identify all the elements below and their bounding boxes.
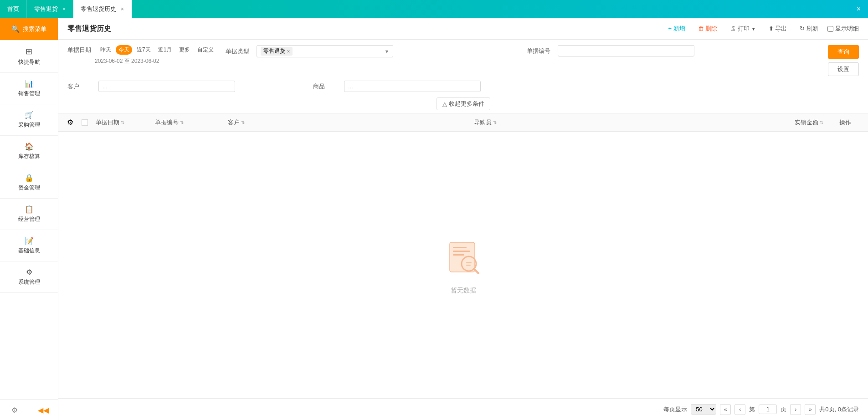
sidebar-collapse-btn[interactable]: ◀◀ (29, 400, 58, 420)
sidebar-search[interactable]: 🔍 搜索菜单 (0, 18, 58, 40)
col-guide[interactable]: 导购员 ⇅ (470, 118, 534, 127)
collapse-filter-button[interactable]: △ 收起更多条件 (437, 97, 490, 110)
col-order-no[interactable]: 单据编号 ⇅ (151, 118, 224, 127)
customer-filter: 客户 ... (67, 81, 304, 92)
refresh-button[interactable]: ↻ 刷新 (796, 23, 822, 35)
type-dropdown-icon: ▼ (384, 49, 389, 54)
purchase-icon: 🛒 (25, 111, 34, 119)
action-buttons: 查询 设置 (828, 45, 859, 76)
date-btn-custom[interactable]: 自定义 (195, 45, 216, 55)
goods-input[interactable]: ... (344, 81, 481, 92)
settings-button[interactable]: 设置 (828, 62, 859, 76)
tab-retail-return-history[interactable]: 零售退货历史 × (73, 0, 132, 18)
type-select[interactable]: 零售退货 × ▼ (257, 45, 393, 57)
last-page-btn[interactable]: » (805, 404, 816, 415)
query-button[interactable]: 查询 (828, 45, 859, 59)
col-action: 操作 (827, 118, 863, 127)
sales-icon: 📊 (25, 79, 34, 88)
sidebar-item-inventory[interactable]: 🏠 库存核算 (0, 136, 58, 167)
page-size-select[interactable]: 50 10 20 100 (691, 404, 716, 415)
inventory-icon: 🏠 (25, 142, 34, 151)
finance-icon: 🔒 (25, 174, 34, 182)
collapse-icon: △ (442, 101, 447, 108)
window-close-button[interactable]: × (849, 0, 868, 18)
customer-sort-icon: ⇅ (241, 120, 245, 125)
date-range-value: 2023-06-02 至 2023-06-02 (95, 58, 159, 64)
sidebar-item-operations[interactable]: 📋 经营管理 (0, 199, 58, 230)
print-button[interactable]: 🖨 打印 ▼ (726, 23, 760, 35)
sidebar-item-purchase-mgmt[interactable]: 🛒 采购管理 (0, 104, 58, 136)
tab-retail-return-history-close[interactable]: × (121, 6, 124, 12)
settings-icon: ⚙ (11, 406, 18, 415)
first-page-btn[interactable]: « (720, 404, 731, 415)
pagination: 每页显示 50 10 20 100 « ‹ 第 页 › » 共0页, 0条记录 (58, 398, 868, 420)
type-tag: 零售退货 × (261, 47, 293, 56)
top-nav: 首页 零售退货 × 零售退货历史 × × (0, 0, 868, 18)
new-button[interactable]: + 新增 (664, 23, 688, 35)
table-header: ⚙ 单据日期 ⇅ 单据编号 ⇅ 客户 ⇅ (58, 113, 868, 132)
date-label: 单据日期 (67, 46, 95, 54)
show-detail-toggle[interactable]: 显示明细 (827, 25, 859, 33)
col-amount[interactable]: 实销金额 ⇅ (772, 118, 827, 127)
sidebar-settings-btn[interactable]: ⚙ (0, 400, 29, 420)
table-area: ⚙ 单据日期 ⇅ 单据编号 ⇅ 客户 ⇅ (58, 113, 868, 398)
svg-rect-1 (453, 247, 467, 248)
page-size-label: 每页显示 (663, 405, 687, 414)
tab-retail-return-close[interactable]: × (62, 6, 66, 12)
type-filter: 单据类型 零售退货 × ▼ (226, 45, 518, 57)
page-number-input[interactable] (759, 405, 777, 414)
sys-mgmt-icon: ⚙ (26, 268, 32, 277)
collapse-sidebar-icon: ◀◀ (38, 406, 49, 415)
show-detail-checkbox[interactable] (827, 26, 833, 32)
sidebar-item-sales-mgmt[interactable]: 📊 销售管理 (0, 73, 58, 104)
sidebar-item-base-info[interactable]: 📝 基础信息 (0, 230, 58, 261)
order-no-label: 单据编号 (527, 47, 554, 55)
toolbar: + 新增 🗑 删除 🖨 打印 ▼ ⬆ 导出 ↻ 刷新 (664, 23, 859, 35)
empty-illustration (441, 236, 486, 281)
customer-label: 客户 (67, 82, 95, 91)
prev-page-btn[interactable]: ‹ (734, 404, 745, 415)
type-label: 单据类型 (226, 47, 253, 56)
customer-input[interactable]: ... (98, 81, 235, 92)
table-settings-icon[interactable]: ⚙ (63, 118, 77, 127)
date-btn-today[interactable]: 今天 (116, 45, 132, 55)
date-btn-more[interactable]: 更多 (176, 45, 193, 55)
col-customer[interactable]: 客户 ⇅ (224, 118, 470, 127)
page-label: 第 (749, 405, 755, 414)
operations-icon: 📋 (25, 205, 34, 214)
sidebar: 🔍 搜索菜单 ⊞ 快捷导航 📊 销售管理 🛒 采购管理 🏠 库存核算 🔒 (0, 18, 58, 420)
date-filter: 单据日期 昨天 今天 近7天 近1月 更多 自定义 2023-06- (67, 45, 216, 65)
sidebar-item-finance[interactable]: 🔒 资金管理 (0, 167, 58, 199)
sidebar-footer: ⚙ ◀◀ (0, 400, 58, 420)
sidebar-item-sys-mgmt[interactable]: ⚙ 系统管理 (0, 261, 58, 293)
order-no-input[interactable] (558, 45, 694, 56)
total-info: 共0页, 0条记录 (819, 405, 859, 414)
order-no-sort-icon: ⇅ (180, 120, 184, 125)
date-btn-yesterday[interactable]: 昨天 (98, 45, 114, 55)
date-shortcuts: 昨天 今天 近7天 近1月 更多 自定义 (98, 45, 216, 55)
select-all-checkbox[interactable] (82, 119, 88, 126)
base-info-icon: 📝 (25, 236, 34, 245)
delete-button[interactable]: 🗑 删除 (694, 23, 721, 35)
type-tag-remove[interactable]: × (287, 48, 290, 55)
tab-home[interactable]: 首页 (0, 0, 27, 18)
search-icon: 🔍 (11, 25, 20, 33)
export-button[interactable]: ⬆ 导出 (765, 23, 791, 35)
print-dropdown-icon: ▼ (751, 26, 756, 31)
tab-retail-return[interactable]: 零售退货 × (27, 0, 73, 18)
filter-section: 单据日期 昨天 今天 近7天 近1月 更多 自定义 2023-06- (58, 40, 868, 113)
nav-tabs: 首页 零售退货 × 零售退货历史 × (0, 0, 849, 18)
svg-point-5 (464, 259, 473, 268)
sidebar-item-quick-nav[interactable]: ⊞ 快捷导航 (0, 40, 58, 73)
table-select-all[interactable] (77, 119, 92, 126)
date-sort-icon: ⇅ (121, 120, 124, 125)
page-title: 零售退货历史 (67, 24, 111, 34)
date-btn-7days[interactable]: 近7天 (134, 45, 154, 55)
svg-rect-3 (453, 254, 464, 256)
empty-text: 暂无数据 (451, 287, 476, 295)
amount-sort-icon: ⇅ (820, 120, 823, 125)
date-btn-1month[interactable]: 近1月 (155, 45, 175, 55)
next-page-btn[interactable]: › (790, 404, 801, 415)
col-date[interactable]: 单据日期 ⇅ (92, 118, 151, 127)
content-area: 零售退货历史 + 新增 🗑 删除 🖨 打印 ▼ ⬆ 导出 (58, 18, 868, 420)
